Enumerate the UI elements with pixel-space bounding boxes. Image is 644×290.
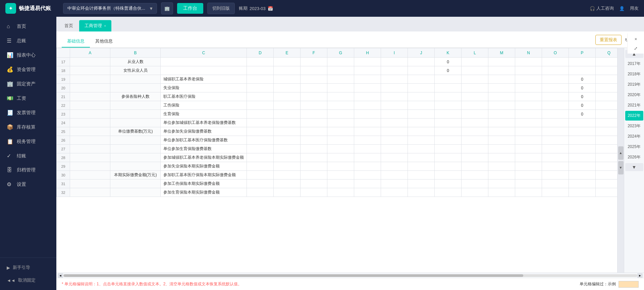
reset-report-button[interactable]: 重置报表 xyxy=(595,35,622,45)
cell-22-c[interactable]: 工伤保险 xyxy=(161,101,247,110)
cell-17-e[interactable] xyxy=(274,58,301,66)
sidebar-item-settlement[interactable]: ✓ 结账 xyxy=(0,149,56,163)
cell-23-q[interactable] xyxy=(596,110,618,119)
cell-27-a[interactable] xyxy=(70,145,110,153)
cell-22-b[interactable] xyxy=(110,101,161,110)
cell-24-g[interactable] xyxy=(327,119,354,127)
cell-25-n[interactable] xyxy=(515,127,542,136)
cell-22-e[interactable] xyxy=(274,101,301,110)
close-window-button[interactable]: × xyxy=(631,35,641,43)
collapse-up-button[interactable]: ▲ xyxy=(618,146,624,160)
cell-28-j[interactable] xyxy=(408,153,435,162)
cell-31-k[interactable] xyxy=(435,179,462,188)
cell-30-h[interactable] xyxy=(354,171,381,179)
cell-31-h[interactable] xyxy=(354,179,381,188)
cell-20-l[interactable] xyxy=(462,84,488,92)
cell-19-g[interactable] xyxy=(327,75,354,84)
cell-30-a[interactable] xyxy=(70,171,110,179)
cell-21-a[interactable] xyxy=(70,92,110,101)
cell-18-f[interactable] xyxy=(301,66,327,75)
cell-32-p[interactable] xyxy=(569,188,596,197)
cell-29-k[interactable] xyxy=(435,162,462,171)
cell-22-i[interactable] xyxy=(381,101,408,110)
tab-close-icon[interactable]: × xyxy=(104,24,106,28)
cell-20-d[interactable] xyxy=(247,84,274,92)
cell-23-h[interactable] xyxy=(354,110,381,119)
cell-26-n[interactable] xyxy=(515,136,542,145)
cell-21-e[interactable] xyxy=(274,92,301,101)
cell-27-p[interactable] xyxy=(569,145,596,153)
cell-31-b[interactable] xyxy=(110,179,161,188)
cell-21-o[interactable] xyxy=(542,92,569,101)
cell-23-l[interactable] xyxy=(462,110,488,119)
cell-23-g[interactable] xyxy=(327,110,354,119)
sub-tab-basic-info[interactable]: 基础信息 xyxy=(62,35,90,48)
year-item-2020[interactable]: 2020年 xyxy=(625,90,643,100)
cell-27-f[interactable] xyxy=(301,145,327,153)
cell-17-h[interactable] xyxy=(354,58,381,66)
year-item-2018[interactable]: 2018年 xyxy=(625,69,643,79)
cell-30-g[interactable] xyxy=(327,171,354,179)
cell-19-m[interactable] xyxy=(488,75,515,84)
cell-28-o[interactable] xyxy=(542,153,569,162)
cell-20-f[interactable] xyxy=(301,84,327,92)
cell-19-q[interactable] xyxy=(596,75,618,84)
cell-18-n[interactable] xyxy=(515,66,542,75)
cell-26-i[interactable] xyxy=(381,136,408,145)
sidebar-item-tax[interactable]: 📋 税务管理 xyxy=(0,134,56,149)
cell-31-g[interactable] xyxy=(327,179,354,188)
cell-29-f[interactable] xyxy=(301,162,327,171)
cell-17-k[interactable]: 0 xyxy=(435,58,462,66)
cell-28-a[interactable] xyxy=(70,153,110,162)
cell-18-c[interactable] xyxy=(161,66,247,75)
tab-home[interactable]: 首页 xyxy=(59,20,78,31)
sub-tab-other-info[interactable]: 其他信息 xyxy=(90,35,118,48)
collapse-down-button[interactable]: ▼ xyxy=(618,161,624,174)
cell-26-q[interactable] xyxy=(596,136,618,145)
cell-23-k[interactable] xyxy=(435,110,462,119)
cell-31-o[interactable] xyxy=(542,179,569,188)
cell-19-n[interactable] xyxy=(515,75,542,84)
year-item-2019[interactable]: 2019年 xyxy=(625,80,643,89)
cell-30-i[interactable] xyxy=(381,171,408,179)
cell-21-f[interactable] xyxy=(301,92,327,101)
cell-31-d[interactable] xyxy=(247,179,274,188)
cell-30-q[interactable] xyxy=(596,171,618,179)
cell-32-l[interactable] xyxy=(462,188,488,197)
cell-28-b[interactable] xyxy=(110,153,161,162)
cell-24-i[interactable] xyxy=(381,119,408,127)
sidebar-item-general-ledger[interactable]: ☰ 总账 xyxy=(0,33,56,48)
scroll-left-button[interactable]: ◄ xyxy=(58,273,63,278)
cell-22-m[interactable] xyxy=(488,101,515,110)
cell-30-m[interactable] xyxy=(488,171,515,179)
cell-27-c[interactable]: 单位参加生育保险缴费基数 xyxy=(161,145,247,153)
cell-25-o[interactable] xyxy=(542,127,569,136)
cell-20-h[interactable] xyxy=(354,84,381,92)
cell-21-n[interactable] xyxy=(515,92,542,101)
cell-31-j[interactable] xyxy=(408,179,435,188)
cell-26-e[interactable] xyxy=(274,136,301,145)
cell-20-n[interactable] xyxy=(515,84,542,92)
cell-24-f[interactable] xyxy=(301,119,327,127)
cell-18-h[interactable] xyxy=(354,66,381,75)
cell-19-b[interactable] xyxy=(110,75,161,84)
horizontal-scrollbar[interactable]: ◄ ► xyxy=(56,273,644,278)
cell-25-h[interactable] xyxy=(354,127,381,136)
cell-24-l[interactable] xyxy=(462,119,488,127)
scrollbar-thumb[interactable] xyxy=(64,274,523,277)
cell-32-j[interactable] xyxy=(408,188,435,197)
cell-24-b[interactable] xyxy=(110,119,161,127)
cell-20-i[interactable] xyxy=(381,84,408,92)
cell-24-k[interactable] xyxy=(435,119,462,127)
old-version-button[interactable]: 切到旧版 xyxy=(207,3,235,14)
cell-29-h[interactable] xyxy=(354,162,381,171)
cell-20-c[interactable]: 失业保险 xyxy=(161,84,247,92)
cell-30-d[interactable] xyxy=(247,171,274,179)
cell-28-i[interactable] xyxy=(381,153,408,162)
user-consult[interactable]: 🎧 人工咨询 xyxy=(590,5,614,11)
cell-22-j[interactable] xyxy=(408,101,435,110)
cell-32-d[interactable] xyxy=(247,188,274,197)
cell-30-o[interactable] xyxy=(542,171,569,179)
cell-20-k[interactable] xyxy=(435,84,462,92)
cell-21-m[interactable] xyxy=(488,92,515,101)
